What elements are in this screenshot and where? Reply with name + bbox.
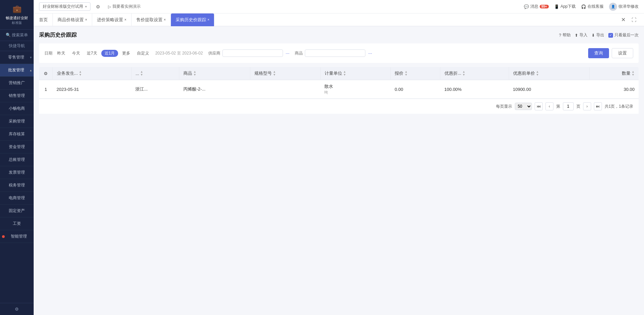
date-btn-1month[interactable]: 近1月	[101, 50, 118, 57]
settings-btn[interactable]: ⚙	[93, 2, 103, 11]
play-icon: ▷	[108, 4, 111, 9]
prev-page-btn[interactable]: ‹	[545, 102, 553, 110]
page-title: 采购历史价跟踪	[39, 32, 77, 39]
date-btn-today[interactable]: 今天	[69, 50, 83, 57]
sidebar-item-sales[interactable]: 销售管理	[0, 90, 34, 102]
close-icon[interactable]: ×	[164, 18, 166, 22]
sidebar-item-ledger[interactable]: 总账管理	[0, 153, 34, 166]
cell-quote: 0.00	[391, 80, 440, 99]
col-quantity[interactable]: 数量 ▲▼	[589, 67, 639, 80]
version-selector[interactable]: 好业财标准版交付试用 ▾	[39, 2, 91, 11]
sidebar-item-purchase[interactable]: 采购管理	[0, 115, 34, 128]
app-download-btn[interactable]: 📱 App下载	[554, 4, 576, 9]
sidebar-item-retail[interactable]: 零售管理 ▾	[0, 51, 34, 64]
page-suffix: 页	[576, 104, 580, 109]
page-input[interactable]	[563, 102, 574, 110]
sidebar-settings-btn[interactable]: ⚙	[0, 303, 34, 315]
cell-extra: 浙江...	[131, 80, 179, 99]
next-page-btn[interactable]: ›	[583, 102, 591, 110]
per-page-label: 每页显示	[496, 104, 512, 109]
tab-bar: 首页 商品价格设置 × 进价策略设置 × 售价提取设置 × 采购历史价跟踪 × …	[34, 13, 644, 26]
cell-date: 2023-05-31	[52, 80, 131, 99]
settings-btn[interactable]: 设置	[612, 48, 633, 58]
tab-cost-strategy[interactable]: 进价策略设置 ×	[92, 13, 132, 26]
per-page-select[interactable]: 20 50 100	[515, 103, 532, 110]
help-icon: ?	[559, 33, 561, 38]
sidebar-item-marketing[interactable]: 营销推广	[0, 77, 34, 90]
gear-icon: ⚙	[15, 307, 19, 312]
table-row: 1 2023-05-31 浙江... 丙烯酸-2-... 散水 吨 0.00 1…	[39, 80, 639, 99]
supplier-dots-btn[interactable]: ···	[286, 50, 290, 56]
demo-btn[interactable]: ▷ 我要看实例演示	[108, 4, 141, 9]
sidebar-item-ecommerce-xiao[interactable]: 小畅电商	[0, 102, 34, 115]
quick-nav-label: 快捷导航	[9, 43, 25, 48]
dot-indicator	[2, 235, 5, 238]
close-icon[interactable]: ×	[85, 18, 87, 22]
col-unit[interactable]: 计量单位 ▲▼	[320, 67, 391, 80]
user-info[interactable]: 👤 徐泽华修改	[609, 3, 639, 11]
messages-btn[interactable]: 💬 消息 99+	[524, 4, 549, 9]
top-header-right: 💬 消息 99+ 📱 App下载 🎧 在线客服 👤 徐泽华修改	[524, 3, 639, 11]
quick-nav[interactable]: 快捷导航	[0, 41, 34, 51]
sidebar-item-salary[interactable]: 工资	[0, 217, 34, 230]
sidebar-item-finance[interactable]: 资金管理	[0, 141, 34, 153]
col-discount[interactable]: 优惠折... ▲▼	[440, 67, 509, 80]
cell-goods: 丙烯酸-2-...	[179, 80, 250, 99]
tab-goods-price[interactable]: 商品价格设置 ×	[53, 13, 92, 26]
goods-dots-btn[interactable]: ···	[368, 50, 372, 56]
cell-before-price: 10900.00	[509, 80, 589, 99]
close-icon[interactable]: ×	[124, 18, 127, 22]
supplier-input[interactable]	[222, 49, 283, 57]
gear-icon: ⚙	[96, 4, 100, 9]
date-btn-7days[interactable]: 近7天	[84, 50, 100, 57]
top-header: 好业财标准版交付试用 ▾ ⚙ ▷ 我要看实例演示 💬 消息 99+ 📱 App下…	[34, 0, 644, 13]
sidebar-item-ai[interactable]: 智能管理	[0, 230, 34, 243]
date-btn-yesterday[interactable]: 昨天	[55, 50, 68, 57]
goods-filter-group: 商品 ···	[295, 49, 372, 57]
sidebar-item-ecommerce[interactable]: 电商管理	[0, 192, 34, 205]
close-icon[interactable]: ×	[208, 18, 210, 22]
date-btn-more[interactable]: 更多	[119, 50, 133, 57]
col-quote[interactable]: 报价 ▲▼	[391, 67, 440, 80]
sidebar-item-tax[interactable]: 税务管理	[0, 179, 34, 192]
sort-icon: ▲▼	[273, 70, 276, 76]
search-menu-label: 搜索菜单	[12, 33, 28, 37]
sidebar-item-wholesale[interactable]: 批发管理 ▴	[0, 64, 34, 77]
online-service-btn[interactable]: 🎧 在线客服	[581, 4, 604, 9]
cell-spec	[250, 80, 321, 99]
only-last-checkbox[interactable]: ✓ 只看最后一次	[608, 32, 639, 38]
headset-icon: 🎧	[581, 4, 586, 9]
import-btn[interactable]: ⬆ 导入	[575, 32, 587, 38]
sidebar-item-invoice[interactable]: 发票管理	[0, 166, 34, 179]
query-btn[interactable]: 查询	[588, 48, 609, 58]
cell-unit: 散水 吨	[320, 80, 391, 99]
chevron-down-icon: ▾	[85, 5, 87, 8]
chevron-down-icon: ▾	[30, 56, 32, 59]
sort-icon: ▲▼	[632, 70, 635, 76]
tab-purchase-price-track[interactable]: 采购历史价跟踪 ×	[171, 13, 215, 26]
col-date[interactable]: 业务发生... ▲▼	[52, 67, 131, 80]
sort-icon: ▲▼	[462, 70, 465, 76]
last-page-btn[interactable]: ⏭	[594, 102, 602, 110]
close-panel-btn[interactable]: ✕	[618, 15, 628, 25]
export-btn[interactable]: ⬇ 导出	[592, 32, 604, 38]
page-header: 采购历史价跟踪 ? 帮助 ⬆ 导入 ⬇ 导出 ✓ 只看最后一次	[39, 32, 639, 39]
col-before-price[interactable]: 优惠前单价 ▲▼	[509, 67, 589, 80]
goods-input[interactable]	[305, 49, 365, 57]
app-logo[interactable]: 💼 畅捷通好业财 标准版	[0, 0, 34, 30]
date-btn-custom[interactable]: 自定义	[134, 50, 152, 57]
table-header-row: ⚙ 业务发生... ▲▼ ... ▲▼	[39, 67, 639, 80]
search-menu[interactable]: 🔍 搜索菜单	[0, 30, 34, 41]
col-extra[interactable]: ... ▲▼	[131, 67, 179, 80]
sidebar: 💼 畅捷通好业财 标准版 🔍 搜索菜单 快捷导航 零售管理 ▾ 批发管理 ▴ 营…	[0, 0, 34, 315]
tab-price-extract[interactable]: 售价提取设置 ×	[132, 13, 171, 26]
col-settings[interactable]: ⚙	[39, 67, 52, 80]
sidebar-item-inventory[interactable]: 库存核算	[0, 128, 34, 141]
col-spec[interactable]: 规格型号 ▲▼	[250, 67, 321, 80]
sidebar-item-assets[interactable]: 固定资产	[0, 205, 34, 217]
help-btn[interactable]: ? 帮助	[559, 32, 571, 38]
col-goods[interactable]: 商品 ▲▼	[179, 67, 250, 80]
first-page-btn[interactable]: ⏮	[535, 102, 543, 110]
expand-panel-btn[interactable]: ⛶	[629, 15, 639, 25]
tab-home[interactable]: 首页	[39, 13, 53, 26]
